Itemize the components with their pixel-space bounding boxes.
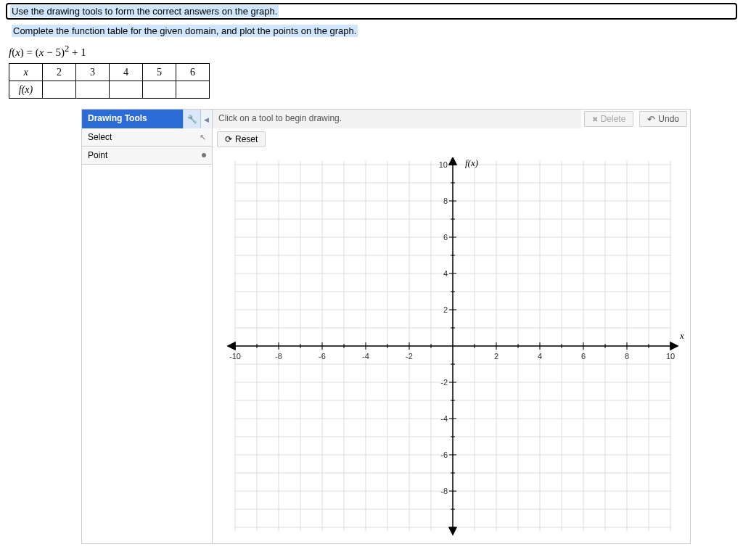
instruction-2: Complete the function table for the give… [12,25,358,37]
delete-label: Delete [601,114,626,124]
svg-text:6: 6 [443,233,448,242]
x-axis-label: x [679,330,684,341]
instruction-box: Use the drawing tools to form the correc… [6,3,737,20]
table-x-6: 6 [176,64,210,81]
toolbar: Drawing Tools Click on a tool to begin d… [82,110,690,128]
reset-button[interactable]: Reset [217,131,266,147]
toolbar-title: Drawing Tools [82,110,184,128]
svg-text:-8: -8 [275,352,282,361]
table-fx-4[interactable] [110,81,143,99]
instruction-1: Use the drawing tools to form the correc… [10,5,279,17]
drawing-tool-panel: Drawing Tools Click on a tool to begin d… [81,109,691,544]
cursor-icon [200,132,206,142]
svg-marker-45 [670,342,678,350]
table-x-4: 4 [110,64,143,81]
table-fx-3[interactable] [76,81,110,99]
delete-icon [592,114,598,124]
tool-select[interactable]: Select [82,128,212,147]
function-table: x 2 3 4 5 6 f(x) [9,63,210,99]
svg-text:2: 2 [494,352,498,361]
point-icon [202,153,206,157]
undo-icon [647,114,655,125]
svg-marker-46 [228,342,235,350]
svg-text:8: 8 [443,197,448,205]
svg-text:2: 2 [443,305,448,314]
svg-text:-6: -6 [440,450,448,459]
svg-text:10: 10 [439,160,448,169]
instruction-2-wrap: Complete the function table for the give… [6,25,743,36]
table-fx-6[interactable] [176,81,210,99]
reset-label: Reset [235,134,258,144]
table-x-5: 5 [143,64,176,81]
function-formula: f(x) = (x − 5)2 + 1 [9,44,743,59]
graph-svg[interactable]: -10 -8 -6 -4 -2 2 4 6 8 10 10 8 [217,157,689,542]
table-fx-2[interactable] [43,81,76,99]
svg-text:-6: -6 [319,352,326,361]
table-x-3: 3 [76,64,110,81]
canvas-area: Reset [213,128,690,543]
svg-text:-2: -2 [406,352,413,361]
table-fx-header: f(x) [9,81,43,99]
svg-text:8: 8 [625,352,629,361]
tool-point[interactable]: Point [82,147,212,165]
undo-label: Undo [658,114,679,124]
collapse-icon[interactable] [201,110,213,128]
delete-button[interactable]: Delete [584,111,634,127]
table-x-2: 2 [43,64,76,81]
undo-button[interactable]: Undo [639,111,687,127]
tool-select-label: Select [88,132,112,142]
wrench-icon[interactable] [184,110,201,128]
page-root: Use the drawing tools to form the correc… [0,3,743,560]
svg-text:-4: -4 [362,352,369,361]
table-fx-5[interactable] [143,81,176,99]
reset-icon [225,134,232,144]
svg-text:-8: -8 [440,487,448,495]
toolbar-hint: Click on a tool to begin drawing. [213,110,581,128]
tool-point-label: Point [88,150,107,160]
svg-text:-4: -4 [440,414,448,423]
tools-list: Select Point [82,128,213,543]
svg-text:4: 4 [443,269,448,278]
table-x-header: x [9,64,43,81]
svg-text:-10: -10 [229,352,241,361]
work-area: Select Point Reset [82,128,690,543]
y-axis-label: f(x) [465,157,478,168]
svg-text:4: 4 [538,352,542,361]
svg-text:-2: -2 [440,378,448,387]
svg-text:6: 6 [581,352,586,361]
svg-text:10: 10 [666,352,675,361]
